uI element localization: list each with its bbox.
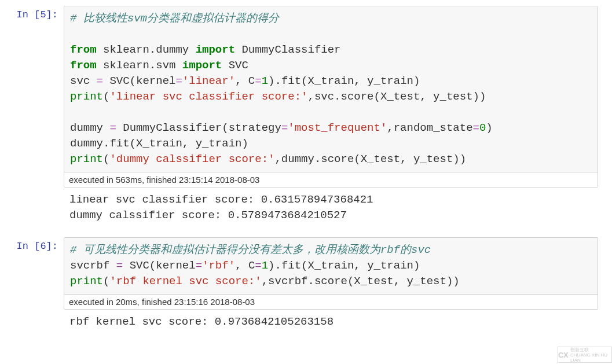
prompt-label: In [6]: <box>0 237 64 330</box>
input-area[interactable]: # 比较线性svm分类器和虚拟估计器的得分 from sklearn.dummy… <box>64 6 598 187</box>
output-text: linear svc classifier score: 0.631578947… <box>64 187 379 223</box>
source-code[interactable]: # 比较线性svm分类器和虚拟估计器的得分 from sklearn.dummy… <box>64 6 598 172</box>
exec-status: executed in 20ms, finished 23:15:16 2018… <box>64 294 598 309</box>
output-area: linear svc classifier score: 0.631578947… <box>64 187 605 223</box>
exec-status: executed in 563ms, finished 23:15:14 201… <box>64 172 598 187</box>
prompt-label: In [5]: <box>0 6 64 223</box>
output-text: rbf kernel svc score: 0.9736842105263158 <box>64 310 339 330</box>
code-cell: In [6]: # 可见线性分类器和虚拟估计器得分没有差太多，改用核函数为rbf… <box>0 237 612 330</box>
code-cell: In [5]: # 比较线性svm分类器和虚拟估计器的得分 from sklea… <box>0 6 612 223</box>
input-area[interactable]: # 可见线性分类器和虚拟估计器得分没有差太多，改用核函数为rbf的svc svc… <box>64 237 598 310</box>
output-area: rbf kernel svc score: 0.9736842105263158 <box>64 310 605 330</box>
watermark-badge: CX 创新互联CHUANG XIN HU LIAN <box>558 347 612 350</box>
source-code[interactable]: # 可见线性分类器和虚拟估计器得分没有差太多，改用核函数为rbf的svc svc… <box>64 238 598 294</box>
watermark-text: 创新互联CHUANG XIN HU LIAN <box>570 347 611 350</box>
